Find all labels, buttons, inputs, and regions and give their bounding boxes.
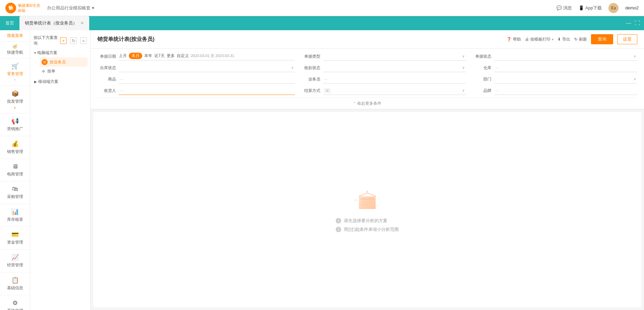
sidebar-item-sales[interactable]: 💰 销售管理 <box>0 136 30 159</box>
outstatus-input[interactable]: ∨ <box>119 63 295 72</box>
sidebar-item-retail[interactable]: 🛒 零售管理 ▾ <box>0 58 30 86</box>
tree-node-mobile-label: 移动端方案 <box>38 79 58 85</box>
collapse-panel-btn[interactable]: « <box>80 37 87 44</box>
quick-nav-label: 快捷导航 <box>7 50 23 55</box>
tab-expand-btn[interactable]: ⛶ <box>633 19 641 28</box>
help-btn[interactable]: ❓ 帮助 <box>506 37 521 42</box>
tab-minus-btn[interactable]: — <box>625 19 633 28</box>
main-layout: 搜索菜单 🧭 快捷导航 🛒 零售管理 ▾ 📦 批发管理 ▴ 📢 营销推广 💰 销… <box>0 30 644 310</box>
refresh-btn[interactable]: ↻ 刷新 <box>574 37 587 42</box>
warehouse-input[interactable]: ··· <box>494 63 637 72</box>
svg-point-6 <box>376 205 378 206</box>
search-menu-btn[interactable]: 搜索菜单 <box>0 30 30 42</box>
refresh-scheme-btn[interactable]: ↻ <box>70 37 77 44</box>
export-icon: ⬇ <box>557 37 561 42</box>
sidebar-item-operation[interactable]: 📈 经营管理 <box>0 250 30 272</box>
docstatus-input[interactable]: ∨ <box>494 52 637 61</box>
sidebar-item-wholesale[interactable]: 📦 批发管理 ▴ <box>0 86 30 113</box>
sidebar-item-label-purchase: 采购管理 <box>7 194 23 200</box>
consignee-input[interactable]: ··· <box>119 86 295 95</box>
payment-tag-close[interactable]: × <box>326 89 328 93</box>
filter-cell-department: 部门 ∨ <box>473 75 637 84</box>
filter-cell-date: 单据日期 上月 本月 本年 近7天 更多 自定义 2023-03-01 至 20… <box>97 53 295 60</box>
doctype-input[interactable]: ∨ <box>323 52 466 61</box>
product-placeholder: ··· <box>120 77 123 82</box>
tree-node-label: 电脑端方案 <box>37 50 57 56</box>
tree-node-desktop[interactable]: ▾ 电脑端方案 <box>33 48 88 57</box>
date-tab-last-month[interactable]: 上月 <box>119 53 127 59</box>
sidebar-item-basic[interactable]: 📋 基础信息 <box>0 272 30 295</box>
payment-label: 结算方式 <box>302 88 320 94</box>
print-btn[interactable]: 🖨 按模板打印 ▾ <box>525 37 553 42</box>
receiptstatus-arrow: ∨ <box>462 66 465 69</box>
product-input[interactable]: ··· <box>119 75 295 84</box>
app-download-btn[interactable]: 📱 App下载 <box>579 5 602 11</box>
filter-cell-payment: 结算方式 × ∨ <box>302 86 466 95</box>
date-tab-more[interactable]: 更多 <box>167 53 175 59</box>
breadcrumb-dropdown-icon[interactable]: ▾ <box>92 5 94 10</box>
date-tab-this-year[interactable]: 本年 <box>144 53 152 59</box>
tab-home[interactable]: 首页 <box>0 16 19 30</box>
tree-leaf-by-doc[interactable]: ❖ 按单 <box>40 67 88 76</box>
refresh-label: 刷新 <box>579 37 587 42</box>
avatar[interactable]: Ea <box>608 3 619 13</box>
date-tab-custom[interactable]: 自定义 <box>177 53 189 59</box>
tab-close-icon[interactable]: ✕ <box>80 21 84 25</box>
tree-leaf-salesman[interactable]: 按 按业务员 <box>40 57 88 67</box>
quick-nav-item[interactable]: 🧭 快捷导航 <box>0 42 30 58</box>
collapse-more-btn[interactable]: ⌃ 收起更多条件 <box>97 98 637 109</box>
top-bar-left: 畅 畅捷通好生意 标版 办公用品行业模拟账套 ▾ <box>5 3 94 13</box>
operation-icon: 📈 <box>11 254 19 261</box>
sidebar-item-label-ecommerce: 电商管理 <box>7 171 23 177</box>
sidebar-item-system[interactable]: ⚙ 系统管理 <box>0 295 30 310</box>
logo-abbr: 畅 <box>8 5 13 11</box>
docstatus-arrow: ∨ <box>634 54 636 58</box>
brand-placeholder: ··· <box>495 88 499 93</box>
top-bar: 畅 畅捷通好生意 标版 办公用品行业模拟账套 ▾ 💬 消息 📱 App下载 Ea… <box>0 0 644 16</box>
salesman-placeholder: ··· <box>324 77 328 82</box>
sidebar-item-purchase[interactable]: 🛍 采购管理 <box>0 182 30 204</box>
sidebar-item-ecommerce[interactable]: 🖥 电商管理 <box>0 159 30 182</box>
department-input[interactable]: ∨ <box>494 75 637 84</box>
date-label: 单据日期 <box>97 54 116 59</box>
tab-report[interactable]: 销货单统计表（按业务员） ✕ <box>19 16 89 30</box>
salesman-input[interactable]: ··· <box>323 75 466 84</box>
tree-node-mobile[interactable]: ▶ 移动端方案 <box>33 77 88 86</box>
chevron-down-icon: ▾ <box>14 78 16 82</box>
content-area: 按以下方案查询 + ↻ « ▾ 电脑端方案 按 按业务员 ❖ <box>30 30 644 310</box>
date-tab-this-month[interactable]: 本月 <box>129 53 142 59</box>
add-scheme-btn[interactable]: + <box>60 37 67 44</box>
sidebar-item-marketing[interactable]: 📢 营销推广 <box>0 113 30 136</box>
consignee-placeholder: ··· <box>120 88 123 93</box>
docstatus-label: 单据状态 <box>473 54 491 59</box>
tip-text-2: 用[过滤]条件来缩小分析范围 <box>344 226 398 232</box>
sidebar-item-label-marketing: 营销推广 <box>7 126 23 132</box>
payment-tag: × <box>324 88 330 93</box>
payment-input[interactable]: × ∨ <box>323 86 466 95</box>
username: demo2 <box>625 5 639 10</box>
receiptstatus-input[interactable]: ∨ <box>323 63 466 72</box>
tree-leaf-by-doc-label: 按单 <box>47 68 55 74</box>
date-tab-7days[interactable]: 近7天 <box>154 53 165 59</box>
sidebar-item-label-system: 系统管理 <box>7 308 23 310</box>
sidebar-item-label-inventory: 库存核算 <box>7 217 23 222</box>
report-tab-label: 销货单统计表（按业务员） <box>25 20 77 26</box>
sidebar-item-finance[interactable]: 💳 资金管理 <box>0 227 30 250</box>
export-btn[interactable]: ⬇ 导出 <box>557 37 570 42</box>
wholesale-icon: 📦 <box>11 90 19 97</box>
query-button[interactable]: 查询 <box>591 34 613 44</box>
settings-button[interactable]: 设置 <box>617 34 637 44</box>
sidebar-item-inventory[interactable]: 📊 库存核算 <box>0 204 30 227</box>
sales-icon: 💰 <box>11 140 19 148</box>
chevron-up-icon: ▴ <box>14 106 16 109</box>
message-btn[interactable]: 💬 消息 <box>556 5 572 11</box>
brand-input[interactable]: ··· <box>494 86 637 95</box>
product-label: 商品 <box>97 76 116 82</box>
brand-label: 品牌 <box>473 88 491 94</box>
sidebar-item-label-wholesale: 批发管理 <box>7 99 23 104</box>
tree-expand-icon-mobile: ▶ <box>34 80 37 84</box>
empty-tips: 1 请先选择要分析的方案 2 用[过滤]条件来缩小分析范围 <box>336 218 398 232</box>
filter-cell-docstatus: 单据状态 ∨ <box>473 52 637 61</box>
system-icon: ⚙ <box>12 299 18 307</box>
left-panel: 按以下方案查询 + ↻ « ▾ 电脑端方案 按 按业务员 ❖ <box>30 30 91 310</box>
